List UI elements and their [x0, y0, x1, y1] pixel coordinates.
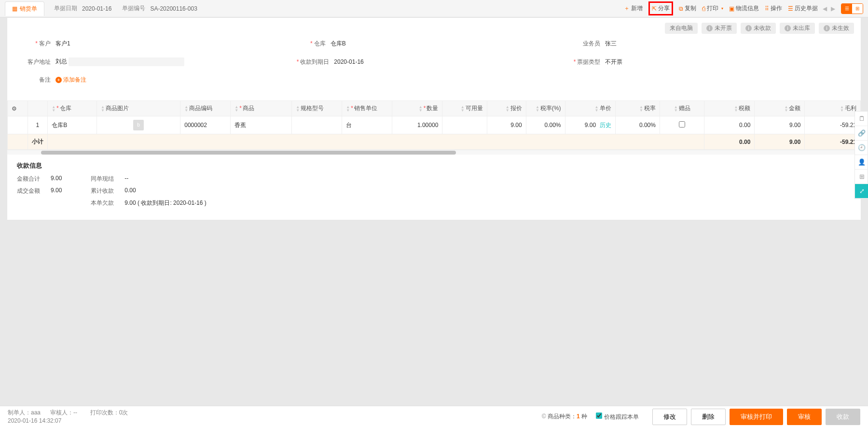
- col-profit[interactable]: ▲▼毛利: [805, 101, 861, 116]
- scrollbar-thumb[interactable]: [41, 151, 456, 155]
- status-ineffective[interactable]: i未生效: [819, 23, 854, 34]
- payment-deal: 成交金额9.00: [17, 187, 62, 195]
- payment-total: 金额合计9.00: [17, 175, 62, 183]
- status-unshipped[interactable]: i未出库: [780, 23, 815, 34]
- col-quote[interactable]: ▲▼报价: [487, 101, 526, 116]
- payment-title: 收款信息: [17, 161, 851, 170]
- chevron-down-icon: ▾: [721, 6, 723, 11]
- col-discount[interactable]: ▲▼税率(%): [526, 101, 565, 116]
- delete-button[interactable]: 删除: [691, 409, 726, 425]
- share-icon: ⇱: [652, 5, 657, 12]
- cell-qty: 1.00000: [392, 116, 442, 134]
- col-product[interactable]: ▲▼*商品: [231, 101, 292, 116]
- doc-date-meta: 单据日期 2020-01-16: [54, 4, 111, 13]
- doc-no-label: 单据编号: [122, 4, 145, 13]
- active-tab[interactable]: ▦ 销货单: [5, 1, 44, 16]
- share-button[interactable]: ⇱分享: [648, 1, 673, 15]
- add-note-button[interactable]: +添加备注: [55, 76, 86, 84]
- approve-print-button[interactable]: 审核并打印: [730, 409, 783, 425]
- view-toggle[interactable]: ☰ ⊞: [841, 3, 863, 14]
- history-button[interactable]: ☰历史单据: [788, 4, 818, 13]
- col-gift[interactable]: ▲▼赠品: [660, 101, 704, 116]
- field-customer: *客户 客户1: [22, 40, 297, 48]
- cell-tax: 0.00: [704, 116, 755, 134]
- edit-button[interactable]: 修改: [652, 409, 687, 425]
- subtotal-profit: -59.21: [805, 134, 861, 150]
- subtotal-tax: 0.00: [704, 134, 755, 150]
- horizontal-scrollbar[interactable]: [7, 150, 861, 155]
- col-tax[interactable]: ▲▼税额: [704, 101, 755, 116]
- side-box-icon[interactable]: ⊞: [855, 170, 868, 184]
- side-note-icon[interactable]: 🗒: [855, 112, 868, 126]
- cell-quote: 9.00: [487, 116, 526, 134]
- col-avail[interactable]: ▲▼可用量: [442, 101, 487, 116]
- cell-gift[interactable]: [660, 116, 704, 134]
- col-taxrate[interactable]: ▲▼税率: [615, 101, 660, 116]
- doc-no-meta: 单据编号 SA-20200116-003: [122, 4, 197, 13]
- print-icon: ⎙: [702, 5, 705, 12]
- plus-icon: +: [55, 77, 62, 83]
- address-mask: [69, 57, 184, 66]
- subtotal-row: 小计 0.00 9.00 -59.21: [8, 134, 861, 150]
- col-image[interactable]: ▲▼商品图片: [96, 101, 180, 116]
- approve-button[interactable]: 审核: [787, 409, 822, 425]
- side-expand-icon[interactable]: ⤢: [855, 184, 868, 199]
- side-link-icon[interactable]: 🔗: [855, 126, 868, 141]
- cell-spec: [292, 116, 342, 134]
- cell-product: 香蕉: [231, 116, 292, 134]
- price-track-checkbox[interactable]: 价格跟踪本单: [596, 413, 639, 421]
- copy-icon: ⧉: [679, 5, 683, 12]
- print-button[interactable]: ⎙打印▾: [702, 4, 723, 13]
- footer-timestamp: 2020-01-16 14:32:07: [8, 417, 128, 425]
- line-items-table: ⚙ ▲▼*仓库 ▲▼商品图片 ▲▼商品编码 ▲▼*商品 ▲▼规格型号 ▲▼*销售…: [7, 100, 861, 155]
- doc-no-value: SA-20200116-003: [150, 5, 197, 12]
- table-row[interactable]: 1 仓库B b 0000002 香蕉 台 1.00000 9.00 0.00% …: [8, 116, 861, 134]
- cell-discount: 0.00%: [526, 116, 565, 134]
- subtotal-label: 小计: [28, 134, 48, 150]
- info-icon: i: [785, 25, 791, 31]
- status-row: 来自电脑 i未开票 i未收款 i未出库 i未生效: [7, 18, 861, 37]
- status-uninvoiced[interactable]: i未开票: [702, 23, 737, 34]
- payment-acc: 累计收款0.00: [91, 187, 206, 195]
- document-card: 来自电脑 i未开票 i未收款 i未出库 i未生效 *客户 客户1 *仓库 仓库B…: [7, 17, 861, 220]
- gear-column[interactable]: ⚙: [8, 101, 28, 116]
- prev-arrow[interactable]: ◀: [823, 5, 827, 12]
- col-warehouse[interactable]: ▲▼*仓库: [48, 101, 97, 116]
- col-code[interactable]: ▲▼商品编码: [180, 101, 231, 116]
- add-button[interactable]: ＋新增: [624, 4, 643, 13]
- copy-button[interactable]: ⧉复制: [679, 4, 696, 13]
- cell-image[interactable]: b: [96, 116, 180, 134]
- side-user-icon[interactable]: 👤: [855, 155, 868, 170]
- payment-owed: 本单欠款9.00 ( 收款到期日: 2020-01-16 ): [91, 199, 206, 207]
- cell-avail: [442, 116, 487, 134]
- side-toolbar: 🗒 🔗 🕘 👤 ⊞ ⤢: [854, 111, 868, 199]
- plus-icon: ＋: [624, 4, 630, 13]
- col-amount[interactable]: ▲▼金额: [755, 101, 805, 116]
- logistics-button[interactable]: ▣物流信息: [729, 4, 759, 13]
- side-clock-icon[interactable]: 🕘: [855, 141, 868, 155]
- receive-button[interactable]: 收款: [826, 409, 860, 425]
- info-icon: i: [824, 25, 830, 31]
- status-unpaid[interactable]: i未收款: [741, 23, 776, 34]
- col-qty[interactable]: ▲▼*数量: [392, 101, 442, 116]
- col-sale-unit[interactable]: ▲▼*销售单位: [342, 101, 392, 116]
- cell-amount: 9.00: [755, 116, 805, 134]
- operate-button[interactable]: ⠿操作: [765, 4, 782, 13]
- field-salesman: 业务员 张三: [571, 40, 846, 48]
- view-grid-icon[interactable]: ⊞: [852, 4, 863, 14]
- field-invoice-type: *票据类型 不开票: [571, 57, 846, 66]
- next-arrow[interactable]: ▶: [831, 5, 835, 12]
- footer-meta: 制单人：aaa 审核人：-- 打印次数：0次 2020-01-16 14:32:…: [8, 409, 128, 425]
- col-price[interactable]: ▲▼单价: [565, 101, 615, 116]
- cell-taxrate: 0.00%: [615, 116, 660, 134]
- gift-checkbox[interactable]: [679, 121, 685, 128]
- row-index: 1: [28, 116, 48, 134]
- cell-profit: -59.21: [805, 116, 861, 134]
- view-list-icon[interactable]: ☰: [841, 4, 852, 14]
- status-source: 来自电脑: [665, 23, 698, 34]
- history-link[interactable]: 历史: [600, 122, 611, 128]
- info-icon: i: [706, 25, 713, 31]
- truck-icon: ▣: [729, 5, 734, 12]
- col-spec[interactable]: ▲▼规格型号: [292, 101, 342, 116]
- image-icon: b: [133, 120, 144, 130]
